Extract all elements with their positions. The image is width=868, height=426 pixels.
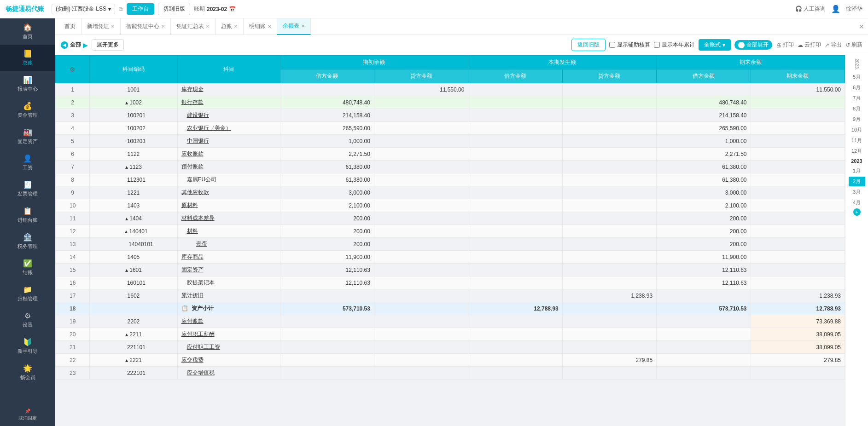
sidebar-item-archive[interactable]: 📁 归档管理 bbox=[0, 281, 55, 307]
right-panel-month1[interactable]: 1月 bbox=[852, 166, 862, 176]
row-name[interactable]: 应付职工工资 bbox=[177, 341, 280, 354]
show-aux-checkbox[interactable]: 显示辅助核算 bbox=[609, 41, 650, 49]
tab-smart-voucher[interactable]: 智能凭证中心 ✕ bbox=[121, 18, 171, 35]
row-number: 22 bbox=[56, 354, 90, 367]
row-number: 13 bbox=[56, 238, 90, 251]
table-row: 15▴ 1601固定资产12,110.6312,110.63 bbox=[56, 264, 845, 276]
close-all-tabs[interactable]: ✕ bbox=[859, 23, 864, 30]
row-name[interactable]: 预付账款 bbox=[177, 161, 280, 173]
company-selector[interactable]: (勿删) 江西股金-LSS ▾ bbox=[52, 4, 115, 14]
right-panel-month8[interactable]: 8月 bbox=[852, 104, 862, 114]
row-name[interactable]: 银行存款 bbox=[177, 96, 280, 109]
sidebar-item-closing[interactable]: ✅ 结账 bbox=[0, 254, 55, 281]
cloud-print-button[interactable]: ☁ 云打印 bbox=[798, 41, 821, 49]
row-amount bbox=[657, 341, 751, 354]
workbench-button[interactable]: 工作台 bbox=[127, 3, 154, 15]
row-number: 20 bbox=[56, 328, 90, 341]
row-amount bbox=[751, 186, 845, 199]
return-old-version-button[interactable]: 返回旧版 bbox=[571, 39, 606, 51]
row-name[interactable]: 📋 资产小计 bbox=[177, 302, 280, 315]
right-panel-month3[interactable]: 3月 bbox=[852, 187, 862, 197]
sidebar-item-guide[interactable]: 🔰 新手引导 bbox=[0, 333, 55, 359]
user-name: 徐泽华 bbox=[846, 5, 862, 13]
close-tab-voucher-summary[interactable]: ✕ bbox=[206, 24, 210, 29]
right-panel-month5[interactable]: 5月 bbox=[852, 72, 862, 82]
row-name[interactable]: 应交税费 bbox=[177, 354, 280, 367]
sidebar-item-reports[interactable]: 📊 报表中心 bbox=[0, 71, 55, 97]
right-panel-month10[interactable]: 10月 bbox=[851, 125, 863, 135]
row-name[interactable]: 库存商品 bbox=[177, 251, 280, 264]
right-panel-month4[interactable]: 4月 bbox=[852, 198, 862, 207]
tab-detail-ledger[interactable]: 明细账 ✕ bbox=[244, 18, 277, 35]
row-name[interactable]: 其他应收款 bbox=[177, 186, 280, 199]
tab-new-voucher[interactable]: 新增凭证 ✕ bbox=[82, 18, 121, 35]
tab-balance-sheet[interactable]: 余额表 ✕ bbox=[277, 18, 311, 35]
right-panel-month11[interactable]: 11月 bbox=[851, 136, 863, 145]
right-panel-month12[interactable]: 12月 bbox=[851, 146, 863, 156]
row-name[interactable]: 材料 bbox=[177, 225, 280, 238]
calendar-icon[interactable]: 📅 bbox=[229, 6, 236, 12]
tab-voucher-summary[interactable]: 凭证汇总表 ✕ bbox=[171, 18, 216, 35]
row-name[interactable]: 建设银行 bbox=[177, 109, 280, 122]
row-name[interactable]: 嘉属EU公司 bbox=[177, 173, 280, 186]
sidebar-item-ledger[interactable]: 📒 总账 bbox=[0, 45, 55, 71]
sidebar-item-assets[interactable]: 🏭 固定资产 bbox=[0, 123, 55, 150]
sidebar-item-payroll[interactable]: 👤 工资 bbox=[0, 150, 55, 176]
row-name[interactable]: 库存现金 bbox=[177, 83, 280, 96]
app-logo: 畅捷通易代账 bbox=[6, 5, 44, 13]
consult-link[interactable]: 🎧 人工咨询 bbox=[795, 5, 826, 13]
row-name[interactable]: 原材料 bbox=[177, 199, 280, 212]
right-panel-month6[interactable]: 6月 bbox=[852, 83, 862, 92]
tab-general-ledger[interactable]: 总账 ✕ bbox=[216, 18, 244, 35]
copy-icon[interactable]: ⧉ bbox=[119, 6, 123, 12]
row-name[interactable]: 累计折旧 bbox=[177, 289, 280, 302]
sidebar-item-purchase[interactable]: 📋 进销台账 bbox=[0, 202, 55, 228]
gear-icon[interactable]: ⚙ bbox=[70, 66, 76, 73]
print-button[interactable]: 🖨 打印 bbox=[776, 41, 794, 49]
refresh-button[interactable]: ↺ 刷新 bbox=[845, 41, 862, 49]
row-amount bbox=[657, 328, 751, 341]
expand-more-button[interactable]: 展开更多 bbox=[92, 39, 124, 51]
right-panel-month2-active[interactable]: 2月 bbox=[849, 177, 865, 186]
sidebar-item-invoice[interactable]: 🧾 发票管理 bbox=[0, 176, 55, 202]
export-button[interactable]: ↗ 导出 bbox=[825, 41, 842, 49]
close-tab-detail-ledger[interactable]: ✕ bbox=[268, 24, 271, 29]
old-version-button[interactable]: 切到旧版 bbox=[158, 3, 190, 15]
fullscreen-mode-button[interactable]: 全账式 ▾ bbox=[699, 39, 731, 51]
row-name[interactable]: 固定资产 bbox=[177, 264, 280, 276]
row-amount: 12,788.93 bbox=[751, 302, 845, 315]
right-panel-month7[interactable]: 7月 bbox=[852, 93, 862, 103]
sidebar-item-settings[interactable]: ⚙ 设置 bbox=[0, 307, 55, 333]
tab-home[interactable]: 首页 bbox=[59, 18, 82, 35]
row-name[interactable]: 胶提架记本 bbox=[177, 276, 280, 289]
table-row: 18📋 资产小计573,710.5312,788.93573,710.5312,… bbox=[56, 302, 845, 315]
unpin-button[interactable]: 📌 取消固定 bbox=[0, 404, 55, 426]
row-amount bbox=[468, 225, 562, 238]
row-amount bbox=[374, 161, 468, 173]
close-tab-new-voucher[interactable]: ✕ bbox=[111, 24, 115, 29]
row-name[interactable]: 应付职工薪酬 bbox=[177, 328, 280, 341]
close-tab-smart-voucher[interactable]: ✕ bbox=[161, 24, 165, 29]
sidebar-item-tax[interactable]: 🏦 税务管理 bbox=[0, 228, 55, 254]
closing-icon: ✅ bbox=[23, 259, 32, 268]
right-panel-expand-circle[interactable]: + bbox=[853, 208, 861, 216]
row-name[interactable]: 材料成本差异 bbox=[177, 212, 280, 225]
row-name[interactable]: 应收账款 bbox=[177, 148, 280, 161]
expand-all-toggle[interactable]: 全部展开 bbox=[734, 40, 772, 50]
show-ytd-checkbox[interactable]: 显示本年累计 bbox=[654, 41, 695, 49]
close-tab-general-ledger[interactable]: ✕ bbox=[234, 24, 238, 29]
row-name[interactable]: 应交增值税 bbox=[177, 367, 280, 380]
right-panel-month9[interactable]: 9月 bbox=[852, 115, 862, 124]
row-name[interactable]: 农业银行（美金） bbox=[177, 122, 280, 135]
row-amount: 573,710.53 bbox=[280, 302, 374, 315]
row-amount: 214,158.40 bbox=[657, 109, 751, 122]
archive-icon: 📁 bbox=[23, 285, 32, 294]
close-tab-balance-sheet[interactable]: ✕ bbox=[301, 23, 305, 29]
row-number: 23 bbox=[56, 367, 90, 380]
row-name[interactable]: 中国银行 bbox=[177, 135, 280, 148]
row-name[interactable]: 壹蛋 bbox=[177, 238, 280, 251]
sidebar-item-member[interactable]: 🌟 畅会员 bbox=[0, 359, 55, 386]
row-name[interactable]: 应付账款 bbox=[177, 315, 280, 328]
sidebar-item-funds[interactable]: 💰 资金管理 bbox=[0, 97, 55, 123]
sidebar-item-home[interactable]: 🏠 首页 bbox=[0, 18, 55, 45]
